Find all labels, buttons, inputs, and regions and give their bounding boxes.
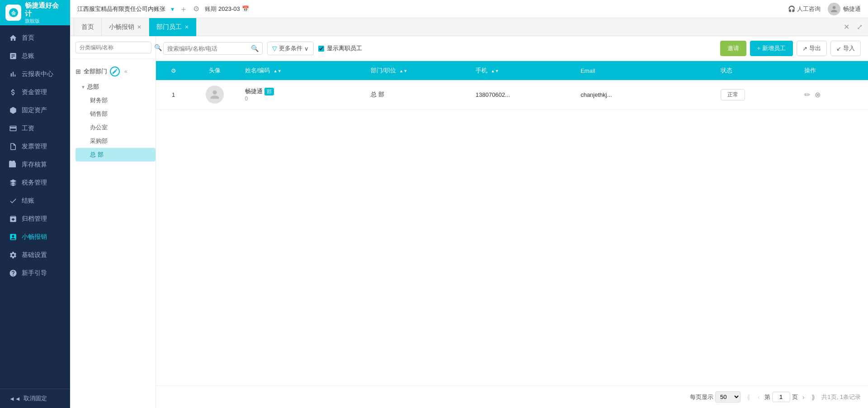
tab-employees-label: 部门员工 — [156, 23, 182, 31]
export-button[interactable]: ↗ 导出 — [797, 41, 827, 56]
show-resigned-checkbox[interactable]: 显示离职员工 — [318, 44, 362, 52]
sidebar-item-ledger[interactable]: 总账 — [0, 47, 70, 65]
tab-expense-close[interactable]: ✕ — [137, 24, 142, 30]
page-num-input[interactable] — [772, 392, 790, 402]
sidebar-item-tax[interactable]: 税务管理 — [0, 174, 70, 192]
page-unit: 页 — [792, 393, 798, 401]
col-header-name[interactable]: 姓名/编码 ▲▼ — [239, 61, 364, 80]
add-company-button[interactable]: ＋ — [179, 4, 188, 14]
calendar-icon[interactable]: 📅 — [242, 5, 249, 12]
table-area: 🔍 ▽ 更多条件 ∨ 显示离职员工 邀请 + 新增员工 ↗ 导出 — [156, 36, 868, 408]
period-value: 2023-03 — [218, 5, 240, 12]
user-menu[interactable]: 畅捷通 — [828, 3, 861, 15]
sort-icon-name: ▲▼ — [274, 69, 282, 73]
pagination: 每页显示 50 100 200 ⟪ ‹ 第 页 › — [156, 385, 868, 408]
first-page-button[interactable]: ⟪ — [744, 392, 753, 403]
import-button[interactable]: ↙ 导入 — [830, 41, 861, 56]
company-settings-button[interactable]: ⚙ — [193, 5, 199, 13]
dept-child-headquarters[interactable]: 总 部 — [75, 148, 156, 161]
sidebar-item-assets[interactable]: 固定资产 — [0, 101, 70, 119]
expense-icon — [9, 233, 17, 241]
col-header-avatar: 头像 — [191, 61, 238, 80]
sidebar-item-archive[interactable]: 归档管理 — [0, 210, 70, 228]
sidebar-item-payroll[interactable]: 工资 — [0, 119, 70, 138]
sidebar-item-home[interactable]: 首页 — [0, 29, 70, 47]
tab-expand-action[interactable]: ⤢ — [855, 21, 864, 33]
sidebar-item-expense[interactable]: 小畅报销 — [0, 228, 70, 246]
sidebar-item-settings[interactable]: 基础设置 — [0, 246, 70, 264]
support-label: 人工咨询 — [797, 5, 821, 13]
show-resigned-input[interactable] — [318, 46, 324, 52]
sidebar-footer-label: 取消固定 — [24, 394, 47, 403]
company-dropdown[interactable]: ▾ — [171, 5, 174, 13]
tab-home[interactable]: 首页 — [74, 18, 102, 36]
dept-child-finance[interactable]: 财务部 — [75, 94, 156, 107]
dept-child-sales[interactable]: 销售部 — [75, 107, 156, 121]
last-page-button[interactable]: ⟫ — [809, 392, 818, 403]
topbar-right: 🎧 人工咨询 畅捷通 — [788, 3, 861, 15]
logout-button[interactable]: ⊗ — [815, 90, 821, 99]
sidebar-item-checkout[interactable]: 结账 — [0, 192, 70, 210]
tab-expense-label: 小畅报销 — [109, 23, 134, 31]
dept-group-header-headquarters[interactable]: ▼ 总部 — [75, 80, 156, 94]
employee-search-input[interactable] — [167, 45, 248, 52]
filter-icon: ▽ — [272, 45, 277, 52]
filter-chevron-icon: ∨ — [304, 45, 309, 52]
prev-page-button[interactable]: ‹ — [755, 392, 763, 403]
edit-button[interactable]: ✏ — [804, 90, 810, 99]
dept-collapse-icon[interactable]: « — [124, 68, 127, 75]
col-header-settings[interactable]: ⚙ — [156, 61, 191, 80]
dept-child-label-headquarters: 总 部 — [90, 151, 104, 158]
tab-close-action[interactable]: ✕ — [842, 21, 851, 33]
tab-employees[interactable]: 部门员工 ✕ — [149, 18, 197, 36]
company-name: 江西服宝精品有限责任公司内账张 — [77, 5, 165, 13]
sidebar-nav: 首页 总账 云报表中心 资金管理 固定资产 — [0, 25, 70, 389]
dept-all-button[interactable]: ⊞ 全部部门 « — [70, 63, 156, 80]
import-label: 导入 — [843, 44, 855, 52]
dept-arrow-icon: ▼ — [81, 85, 85, 90]
sidebar-item-guide[interactable]: 新手引导 — [0, 264, 70, 282]
sidebar-label-funds: 资金管理 — [22, 88, 47, 96]
assets-icon — [9, 106, 17, 114]
sidebar-item-reports[interactable]: 云报表中心 — [0, 65, 70, 83]
invite-button[interactable]: 邀请 — [720, 41, 746, 56]
pin-left-icon: ◄◄ — [9, 395, 21, 402]
status-badge: 正常 — [721, 89, 745, 100]
next-page-button[interactable]: › — [800, 392, 807, 403]
payroll-icon — [9, 124, 17, 133]
dept-sidebar: 🔍 ⊞ 全部部门 « ▼ 总部 财务部 — [70, 36, 156, 408]
app-logo-icon: 会 — [5, 5, 21, 21]
dept-edit-badge[interactable] — [110, 66, 120, 76]
add-employee-button[interactable]: + 新增员工 — [750, 41, 793, 56]
filter-label: 更多条件 — [279, 44, 302, 52]
filter-button[interactable]: ▽ 更多条件 ∨ — [267, 42, 314, 55]
col-header-phone[interactable]: 手机 ▲▼ — [469, 61, 574, 80]
dept-child-procurement[interactable]: 采购部 — [75, 134, 156, 148]
content-area: 🔍 ⊞ 全部部门 « ▼ 总部 财务部 — [70, 36, 868, 408]
sidebar-label-invoice: 发票管理 — [22, 142, 47, 151]
sidebar-item-funds[interactable]: 资金管理 — [0, 83, 70, 101]
row-avatar — [191, 80, 238, 109]
tab-expense[interactable]: 小畅报销 ✕ — [102, 18, 149, 36]
sidebar-item-invoice[interactable]: 发票管理 — [0, 138, 70, 156]
sidebar-label-tax: 税务管理 — [22, 179, 47, 187]
period-label: 账期 — [205, 5, 217, 13]
sidebar-unpin-button[interactable]: ◄◄ 取消固定 — [0, 389, 70, 408]
per-page-select[interactable]: 50 100 200 — [715, 391, 741, 403]
sidebar-item-inventory[interactable]: 库存核算 — [0, 156, 70, 174]
tab-home-label: 首页 — [81, 23, 94, 31]
sort-icon-phone: ▲▼ — [491, 69, 499, 73]
support-button[interactable]: 🎧 人工咨询 — [788, 5, 821, 13]
gear-icon: ⚙ — [171, 67, 176, 74]
row-name-cell: 畅捷通 部 0 — [239, 80, 364, 109]
row-status: 正常 — [714, 80, 798, 109]
per-page-label: 每页显示 — [690, 393, 713, 401]
employee-search-icon[interactable]: 🔍 — [251, 45, 259, 52]
col-header-dept[interactable]: 部门/职位 ▲▼ — [364, 61, 469, 80]
dept-search-input[interactable] — [75, 42, 151, 53]
sidebar-label-archive: 归档管理 — [22, 215, 47, 223]
export-label: 导出 — [809, 44, 821, 52]
tab-employees-close[interactable]: ✕ — [184, 24, 189, 30]
dept-child-office[interactable]: 办公室 — [75, 121, 156, 134]
dept-child-label-procurement: 采购部 — [90, 138, 108, 144]
